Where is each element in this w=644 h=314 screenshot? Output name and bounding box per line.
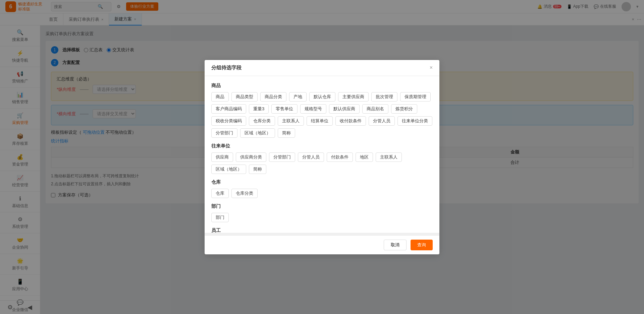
chip-goods-20[interactable]: 分管人员 [369,116,395,126]
chip-goods-1[interactable]: 商品类型 [231,92,258,102]
chip-partners-3[interactable]: 分管人员 [298,152,324,162]
chip-partners-0[interactable]: 供应商 [211,152,233,162]
group-title-dept: 部门 [211,203,433,209]
chip-warehouse-1[interactable]: 仓库分类 [231,189,258,198]
chip-goods-5[interactable]: 主要供应商 [338,92,369,102]
chip-warehouse-0[interactable]: 仓库 [211,189,229,198]
chip-goods-21[interactable]: 往来单位分类 [397,116,432,126]
field-chips-partners: 供应商 供应商分类 分管部门 分管人员 付款条件 地区 主联系人 区域（地区） … [211,152,433,174]
modal-cancel-btn[interactable]: 取消 [384,240,407,250]
chip-goods-17[interactable]: 主联系人 [278,116,304,126]
chip-goods-9[interactable]: 重量3 [249,104,269,114]
chip-goods-14[interactable]: 炼货积分 [391,104,417,114]
chip-goods-22[interactable]: 分管部门 [211,128,237,138]
chip-partners-2[interactable]: 分管部门 [269,152,295,162]
group-title-warehouse: 仓库 [211,179,433,185]
field-chips-goods: 商品 商品类型 商品分类 产地 默认仓库 主要供应商 批次管理 保质期管理 客户… [211,92,433,138]
chip-partners-1[interactable]: 供应商分类 [236,152,266,162]
chip-goods-24[interactable]: 简称 [278,128,295,138]
modal-body: 商品 商品 商品类型 商品分类 产地 默认仓库 主要供应商 批次管理 保质期管理… [205,76,439,233]
chip-goods-6[interactable]: 批次管理 [371,92,397,102]
chip-partners-8[interactable]: 简称 [249,165,266,174]
group-title-goods: 商品 [211,83,433,89]
modal-dialog: 分组待选字段 × 商品 商品 商品类型 商品分类 产地 默认仓库 主要供应商 批… [205,60,439,254]
chip-goods-16[interactable]: 仓库分类 [249,116,275,126]
chip-goods-23[interactable]: 区域（地区） [240,128,275,138]
chip-partners-4[interactable]: 付款条件 [327,152,353,162]
modal-header: 分组待选字段 × [205,60,439,76]
chip-goods-0[interactable]: 商品 [211,92,229,102]
group-title-staff: 员工 [211,228,433,233]
chip-goods-7[interactable]: 保质期管理 [400,92,431,102]
chip-partners-5[interactable]: 地区 [356,152,373,162]
chip-goods-8[interactable]: 客户商品编码 [211,104,246,114]
modal-footer: 取消 查询 [205,235,439,254]
modal-title: 分组待选字段 [211,65,241,71]
chip-goods-11[interactable]: 规格型号 [300,104,326,114]
modal-overlay: 分组待选字段 × 商品 商品 商品类型 商品分类 产地 默认仓库 主要供应商 批… [0,0,644,314]
chip-dept-0[interactable]: 部门 [211,213,229,222]
modal-close-btn[interactable]: × [430,65,433,71]
chip-goods-10[interactable]: 零售单位 [271,104,298,114]
chip-goods-4[interactable]: 默认仓库 [309,92,335,102]
chip-goods-3[interactable]: 产地 [289,92,307,102]
group-title-partners: 往来单位 [211,143,433,149]
chip-goods-13[interactable]: 商品别名 [362,104,388,114]
field-chips-dept: 部门 [211,213,433,222]
chip-goods-18[interactable]: 结算单位 [307,116,333,126]
modal-confirm-btn[interactable]: 查询 [411,240,433,250]
chip-goods-2[interactable]: 商品分类 [260,92,286,102]
chip-goods-12[interactable]: 默认供应商 [329,104,360,114]
chip-partners-7[interactable]: 区域（地区） [211,165,246,174]
chip-goods-19[interactable]: 收付款条件 [335,116,366,126]
field-chips-warehouse: 仓库 仓库分类 [211,189,433,198]
chip-goods-15[interactable]: 税收分类编码 [211,116,246,126]
chip-partners-6[interactable]: 主联系人 [376,152,402,162]
